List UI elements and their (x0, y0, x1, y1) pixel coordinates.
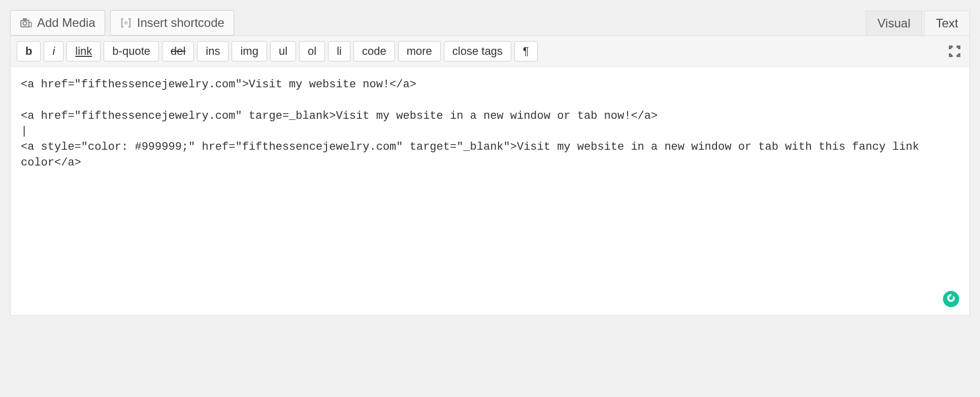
ol-button[interactable]: ol (299, 41, 325, 61)
text-toolbar: b i link b-quote del ins img ul ol li co… (10, 36, 970, 67)
svg-rect-2 (23, 18, 27, 20)
del-button[interactable]: del (162, 41, 194, 61)
code-button[interactable]: code (353, 41, 395, 61)
top-bar: Add Media Insert shortcode Visual Text (10, 10, 970, 36)
grammarly-icon (946, 293, 956, 305)
insert-shortcode-label: Insert shortcode (137, 16, 224, 30)
ins-button[interactable]: ins (197, 41, 228, 61)
text-editor[interactable]: <a href="fifthessencejewelry.com">Visit … (10, 67, 970, 316)
tab-visual[interactable]: Visual (866, 11, 922, 36)
svg-rect-4 (124, 21, 127, 24)
editor-content: <a href="fifthessencejewelry.com">Visit … (21, 77, 959, 171)
li-button[interactable]: li (328, 41, 350, 61)
svg-point-1 (23, 22, 27, 25)
more-button[interactable]: more (398, 41, 441, 61)
grammarly-badge[interactable] (943, 291, 959, 307)
svg-rect-3 (29, 22, 31, 27)
editor-tabs: Visual Text (866, 11, 970, 36)
close-tags-button[interactable]: close tags (444, 41, 511, 61)
camera-icon (20, 17, 32, 28)
img-button[interactable]: img (232, 41, 267, 61)
add-media-label: Add Media (37, 16, 95, 30)
tab-text[interactable]: Text (924, 11, 970, 36)
toolbar-buttons: b i link b-quote del ins img ul ol li co… (17, 41, 538, 61)
fullscreen-button[interactable] (946, 43, 963, 60)
add-media-button[interactable]: Add Media (10, 10, 105, 36)
link-button[interactable]: link (67, 41, 101, 61)
ul-button[interactable]: ul (270, 41, 296, 61)
insert-shortcode-button[interactable]: Insert shortcode (110, 10, 234, 36)
pilcrow-button[interactable]: ¶ (514, 41, 538, 61)
top-action-buttons: Add Media Insert shortcode (10, 10, 234, 36)
bquote-button[interactable]: b-quote (104, 41, 159, 61)
bold-button[interactable]: b (17, 41, 41, 61)
fullscreen-icon (948, 45, 961, 58)
italic-button[interactable]: i (44, 41, 63, 61)
shortcode-icon (120, 17, 132, 29)
